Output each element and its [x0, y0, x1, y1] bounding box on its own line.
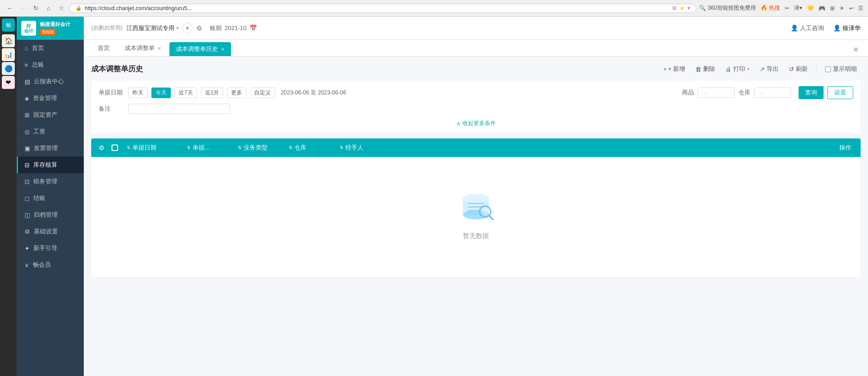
game-icon[interactable]: 🎮 — [818, 5, 825, 12]
th-warehouse[interactable]: ⇅ 仓库 — [283, 144, 334, 152]
reports-icon: ▤ — [25, 78, 30, 85]
menu-icon[interactable]: ☰ — [858, 5, 863, 12]
settings-btn[interactable]: 设置 — [827, 86, 853, 99]
display-checkbox[interactable]: 显示明细 — [821, 63, 861, 75]
refresh-label: 刷新 — [796, 65, 808, 73]
refresh-btn[interactable]: ↺ 刷新 — [785, 63, 812, 75]
nav-star-btn[interactable]: ☆ — [56, 3, 67, 13]
delete-label: 删除 — [703, 65, 715, 73]
fixed-assets-icon: ⊞ — [25, 112, 30, 119]
coin-icon[interactable]: 💛 — [807, 5, 814, 12]
display-label: 显示明细 — [833, 65, 857, 73]
address-bar[interactable]: 🔒 https://cloud.chanjet.com/accounting/u… — [69, 4, 696, 13]
ext-icon-3[interactable]: 📊 — [2, 48, 15, 61]
svg-line-9 — [489, 216, 493, 219]
sidebar-item-tax[interactable]: ⊡ 税务管理 — [17, 173, 84, 190]
tab-cost-adjust-history[interactable]: 成本调整单历史 ✕ — [169, 42, 231, 56]
consult-btn[interactable]: 👤 人工咨询 — [791, 24, 824, 32]
nav-refresh-btn[interactable]: ↻ — [31, 3, 41, 13]
period-label: 账期 — [210, 24, 222, 32]
ext-icon-2[interactable]: 🏠 — [2, 34, 15, 47]
filter-product-select[interactable]: ... — [698, 88, 735, 98]
new-btn[interactable]: ＋ + 新增 — [658, 63, 689, 75]
sidebar-item-home[interactable]: ⌂ 首页 — [17, 40, 84, 56]
sidebar-item-settle[interactable]: ◻ 结账 — [17, 190, 84, 207]
delete-btn[interactable]: 🗑 删除 — [692, 63, 719, 75]
tab-add-btn[interactable]: + — [182, 23, 193, 33]
close-all-btn[interactable]: ✕ — [851, 44, 861, 56]
filter-date-more[interactable]: 更多 — [227, 88, 246, 98]
sidebar-item-invoice[interactable]: ▣ 发票管理 — [17, 140, 84, 157]
settings-gear-icon[interactable]: ⚙ — [196, 25, 202, 32]
address-url: https://cloud.chanjet.com/accounting/uru… — [85, 5, 192, 12]
ssl-lock-icon: 🔒 — [75, 5, 82, 11]
sidebar-label-ledger: 总账 — [32, 61, 44, 69]
th-handler-label: 经手人 — [345, 144, 363, 152]
company-selector[interactable]: 江西服宝测试专用 ▾ — [126, 24, 179, 32]
sidebar-label-capital: 资金管理 — [33, 94, 57, 102]
scissors-icon[interactable]: ✂ — [785, 5, 789, 12]
user-info[interactable]: 👤 徐泽华 — [833, 24, 861, 32]
export-btn[interactable]: ↗ 导出 — [756, 63, 782, 75]
ext-icon-4[interactable]: 🔵 — [2, 62, 15, 75]
toolbar-divider — [816, 65, 817, 73]
grid-icon[interactable]: ⊞ — [830, 5, 835, 12]
consult-label: 人工咨询 — [800, 24, 824, 32]
inventory-icon: ⊟ — [25, 162, 30, 169]
th-num-label: 单据... — [193, 144, 210, 152]
tab-cost-adjust[interactable]: 成本调整单 ✕ — [118, 41, 168, 56]
search-label[interactable]: 🔍 360智能抠图免费用 — [699, 4, 756, 12]
filter-collapse-row: ∧ 收起更多条件 — [99, 119, 853, 128]
th-date[interactable]: ⇅ 单据日期 — [121, 144, 181, 152]
translate-icon[interactable]: 译▾ — [794, 4, 802, 12]
nav-back-btn[interactable]: ← — [5, 3, 15, 13]
filter-date-1month[interactable]: 近1月 — [201, 88, 224, 98]
filter-date-today[interactable]: 今天 — [151, 88, 171, 98]
filter-warehouse-select[interactable]: ... — [754, 88, 791, 98]
th-biz-type[interactable]: ⇅ 业务类型 — [232, 144, 283, 152]
th-gear[interactable]: ⚙ — [95, 144, 108, 151]
th-checkbox[interactable] — [112, 144, 118, 151]
hot-search-label[interactable]: 🔥 热搜 — [761, 4, 780, 12]
ext-icon-1[interactable]: 畅 — [2, 19, 15, 31]
th-num[interactable]: ⇅ 单据... — [181, 144, 232, 152]
company-chevron-icon: ▾ — [176, 25, 179, 31]
sidebar-item-member[interactable]: ∨ 畅会员 — [17, 257, 84, 273]
sun-icon[interactable]: ☀ — [839, 5, 844, 12]
tab-home[interactable]: 首页 — [91, 41, 116, 56]
ext-icon-5[interactable]: ❤ — [2, 76, 15, 89]
company-name: 江西服宝测试专用 — [126, 24, 175, 32]
sidebar-label-member: 畅会员 — [33, 261, 51, 269]
tab-cost-adjust-history-close-icon[interactable]: ✕ — [221, 47, 225, 52]
salary-icon: ◎ — [25, 128, 30, 135]
sidebar-item-salary[interactable]: ◎ 工资 — [17, 123, 84, 140]
th-handler[interactable]: ⇅ 经手人 — [334, 144, 385, 152]
filter-date-yesterday[interactable]: 昨天 — [128, 88, 148, 98]
query-btn[interactable]: 查询 — [799, 86, 824, 99]
th-checkbox-col[interactable] — [108, 144, 121, 151]
sidebar-item-inventory[interactable]: ⊟ 库存核算 — [17, 157, 84, 173]
warehouse-dots: ... — [759, 89, 764, 96]
filter-date-custom[interactable]: 自定义 — [250, 88, 275, 98]
filter-remark-input[interactable] — [128, 104, 230, 114]
undo-icon[interactable]: ↩ — [849, 5, 854, 12]
sidebar-item-guide[interactable]: ✦ 新手引导 — [17, 240, 84, 257]
archive-icon: ◫ — [25, 212, 30, 219]
sidebar-logo: 好会计 畅捷通好会计 旗舰版 — [17, 17, 84, 40]
sidebar-item-capital[interactable]: ◈ 资金管理 — [17, 90, 84, 107]
nav-forward-btn[interactable]: → — [18, 3, 28, 13]
filter-date-7days[interactable]: 近7天 — [175, 88, 197, 98]
sidebar-item-reports[interactable]: ▤ 云报表中心 — [17, 73, 84, 90]
print-btn[interactable]: 🖨 打印 ▾ — [722, 63, 753, 75]
sidebar-item-basic[interactable]: ⚙ 基础设置 — [17, 223, 84, 240]
collapse-btn[interactable]: ∧ 收起更多条件 — [453, 119, 500, 128]
nav-home-btn[interactable]: ⌂ — [44, 3, 54, 13]
sidebar-item-ledger[interactable]: ≡ 总账 — [17, 56, 84, 73]
tab-cost-adjust-close-icon[interactable]: ✕ — [157, 46, 161, 51]
filter-warehouse-label: 仓库 — [738, 88, 750, 97]
calendar-icon[interactable]: 📅 — [250, 25, 257, 31]
address-chevron-icon: ▾ — [687, 5, 690, 11]
sidebar-item-fixed-assets[interactable]: ⊞ 固定资产 — [17, 107, 84, 123]
sidebar-nav: ⌂ 首页 ≡ 总账 ▤ 云报表中心 ◈ 资金管理 ⊞ 固定资产 ◎ 工资 — [17, 40, 84, 376]
sidebar-item-archive[interactable]: ◫ 归档管理 — [17, 207, 84, 223]
